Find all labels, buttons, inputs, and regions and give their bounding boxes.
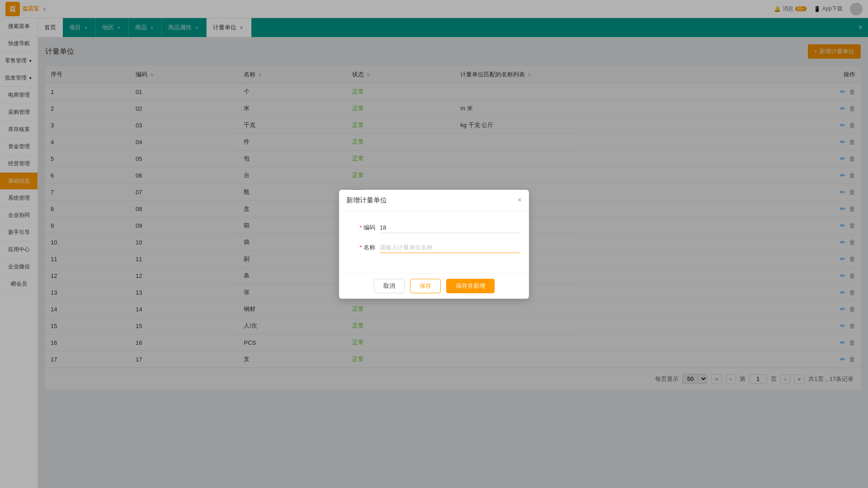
modal-title: 新增计量单位 — [346, 196, 387, 205]
save-and-new-button[interactable]: 保存并新增 — [446, 279, 495, 293]
code-input[interactable] — [380, 222, 520, 233]
name-label: * 名称 — [348, 244, 375, 252]
name-input[interactable] — [380, 242, 520, 253]
add-unit-modal: 新增计量单位 × * 编码 * 名称 取消 保存 保存并新增 — [339, 190, 529, 299]
modal-overlay: 新增计量单位 × * 编码 * 名称 取消 保存 保存并新增 — [0, 0, 868, 488]
modal-body: * 编码 * 名称 — [339, 211, 529, 273]
cancel-button[interactable]: 取消 — [374, 279, 405, 293]
modal-footer: 取消 保存 保存并新增 — [339, 273, 529, 299]
modal-close-button[interactable]: × — [518, 196, 522, 204]
name-form-row: * 名称 — [348, 242, 520, 253]
code-label: * 编码 — [348, 224, 375, 232]
modal-header: 新增计量单位 × — [339, 190, 529, 211]
code-form-row: * 编码 — [348, 222, 520, 233]
save-button[interactable]: 保存 — [410, 279, 441, 293]
